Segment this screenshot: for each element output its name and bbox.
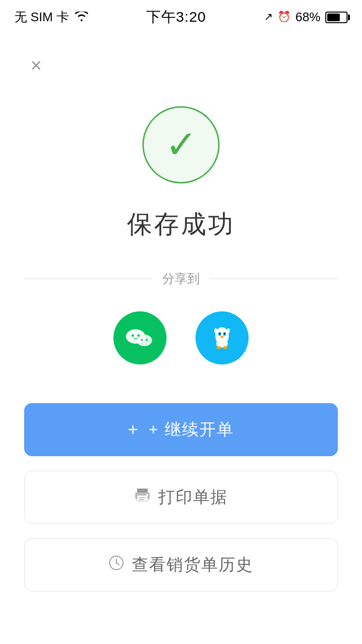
svg-rect-21 — [139, 499, 144, 500]
location-icon: ↗ — [264, 11, 273, 23]
close-button-row: × — [24, 53, 338, 77]
print-label: 打印单据 — [158, 486, 228, 508]
svg-point-11 — [220, 336, 223, 338]
svg-line-25 — [116, 563, 119, 565]
action-buttons: + + 继续开单 打印单据 — [24, 403, 338, 591]
continue-button[interactable]: + + 继续开单 — [24, 403, 338, 456]
svg-point-2 — [132, 335, 134, 337]
status-time: 下午3:20 — [146, 7, 206, 27]
status-right: ↗ ⏰ 68% — [264, 10, 348, 25]
divider-right — [209, 279, 338, 279]
checkmark-icon: ✓ — [165, 126, 197, 164]
history-label: 查看销货单历史 — [132, 554, 253, 576]
svg-point-22 — [146, 494, 148, 496]
status-bar: 无 SIM 卡 下午3:20 ↗ ⏰ 68% — [0, 0, 362, 34]
battery-percent: 68% — [295, 10, 320, 25]
clock-icon — [109, 555, 124, 574]
status-left: 无 SIM 卡 — [14, 9, 88, 26]
continue-label: + 继续开单 — [149, 419, 234, 441]
print-button[interactable]: 打印单据 — [24, 471, 338, 524]
qq-share-button[interactable] — [195, 311, 249, 364]
wechat-share-button[interactable] — [113, 311, 167, 364]
svg-point-8 — [219, 333, 221, 334]
alarm-icon: ⏰ — [278, 11, 291, 23]
printer-icon — [134, 488, 151, 507]
close-button[interactable]: × — [24, 53, 48, 77]
close-icon: × — [30, 56, 42, 75]
svg-point-4 — [141, 339, 143, 341]
svg-rect-20 — [139, 497, 146, 498]
share-divider: 分享到 — [24, 270, 338, 287]
share-icons — [113, 311, 249, 364]
history-button[interactable]: 查看销货单历史 — [24, 538, 338, 591]
success-circle: ✓ — [142, 106, 220, 183]
svg-point-10 — [224, 333, 225, 334]
battery-icon — [325, 10, 348, 25]
share-label: 分享到 — [162, 270, 200, 287]
wifi-icon — [75, 10, 88, 25]
plus-icon: + — [128, 420, 139, 440]
divider-left — [24, 279, 153, 279]
main-content: × ✓ 保存成功 分享到 — [0, 34, 362, 611]
svg-point-5 — [146, 339, 148, 341]
sim-status: 无 SIM 卡 — [14, 9, 69, 26]
svg-point-14 — [223, 346, 228, 349]
svg-point-3 — [138, 335, 140, 337]
svg-point-13 — [216, 346, 221, 349]
success-title: 保存成功 — [127, 208, 235, 241]
svg-rect-17 — [137, 489, 148, 492]
